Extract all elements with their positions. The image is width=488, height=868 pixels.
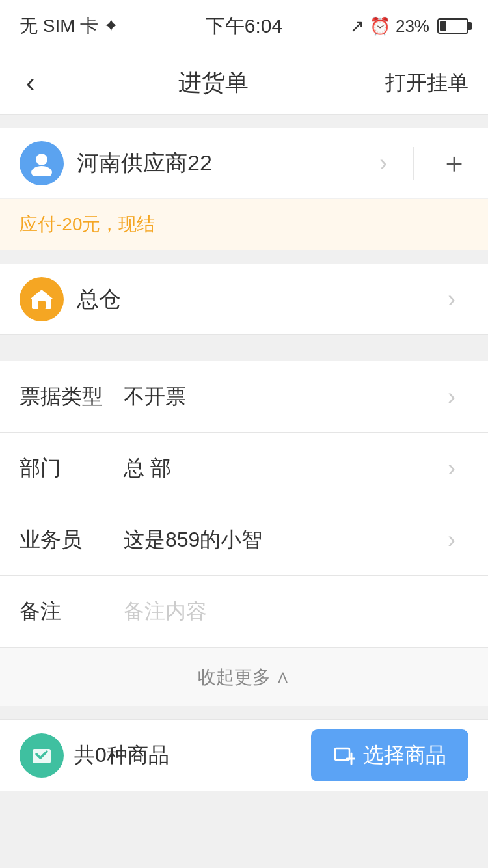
status-right: ↗ ⏰ 23% xyxy=(350,16,468,36)
product-count-wrap: 共0种商品 xyxy=(20,733,169,778)
remark-row[interactable]: 备注 备注内容 xyxy=(0,576,488,647)
select-product-icon xyxy=(333,744,355,766)
svg-rect-4 xyxy=(38,301,46,309)
supplier-name: 河南供应商22 xyxy=(77,148,379,178)
bottom-bar: 共0种商品 选择商品 xyxy=(0,719,488,791)
svg-marker-3 xyxy=(31,290,53,299)
product-icon-wrap xyxy=(20,733,64,778)
section-gap-1 xyxy=(0,115,488,128)
warehouse-icon xyxy=(29,287,54,312)
select-product-label: 选择商品 xyxy=(363,741,446,770)
status-time: 下午6:04 xyxy=(206,13,282,40)
warehouse-name: 总仓 xyxy=(77,284,448,314)
department-label: 部门 xyxy=(20,454,111,483)
invoice-type-label: 票据类型 xyxy=(20,383,111,411)
svg-point-0 xyxy=(36,154,47,165)
invoice-type-value: 不开票 xyxy=(111,383,448,411)
salesperson-label: 业务员 xyxy=(20,526,111,554)
supplier-row[interactable]: 河南供应商22 › ＋ xyxy=(0,128,488,199)
form-section: 票据类型 不开票 › 部门 总 部 › 业务员 这是859的小智 › 备注 备注… xyxy=(0,361,488,706)
salesperson-value: 这是859的小智 xyxy=(111,526,448,554)
status-left: 无 SIM 卡 ✦ xyxy=(20,14,118,38)
supplier-avatar xyxy=(20,141,64,185)
chevron-right-icon-warehouse: › xyxy=(448,286,455,313)
product-icon xyxy=(29,742,55,768)
section-gap-2 xyxy=(0,251,488,264)
status-bar: 无 SIM 卡 ✦ 下午6:04 ↗ ⏰ 23% xyxy=(0,0,488,52)
svg-point-1 xyxy=(31,166,52,176)
chevron-right-icon-invoice: › xyxy=(448,383,455,411)
salesperson-row[interactable]: 业务员 这是859的小智 › xyxy=(0,504,488,576)
battery-icon xyxy=(437,18,468,34)
open-pending-button[interactable]: 打开挂单 xyxy=(385,69,468,98)
collapse-button[interactable]: 收起更多 ∧ xyxy=(0,647,488,706)
chevron-right-icon-sales: › xyxy=(448,526,455,554)
product-count-text: 共0种商品 xyxy=(74,741,169,770)
alarm-icon: ⏰ xyxy=(370,16,390,36)
department-value: 总 部 xyxy=(111,454,448,483)
invoice-type-row[interactable]: 票据类型 不开票 › xyxy=(0,361,488,433)
notice-banner: 应付-20元，现结 xyxy=(0,199,488,251)
chevron-right-icon-dept: › xyxy=(448,455,455,482)
back-button[interactable]: ‹ xyxy=(20,62,41,104)
battery-percent: 23% xyxy=(396,16,429,36)
remark-placeholder: 备注内容 xyxy=(111,597,468,626)
remark-label: 备注 xyxy=(20,597,111,626)
section-gap-3 xyxy=(0,335,488,348)
page-title: 进货单 xyxy=(178,67,249,99)
supplier-section: 河南供应商22 › ＋ 应付-20元，现结 xyxy=(0,128,488,251)
nav-bar: ‹ 进货单 打开挂单 xyxy=(0,52,488,115)
notice-text: 应付-20元，现结 xyxy=(20,214,155,234)
user-icon xyxy=(29,150,55,176)
add-button[interactable]: ＋ xyxy=(440,144,468,182)
warehouse-icon-wrap xyxy=(20,277,64,321)
supplier-divider xyxy=(413,147,414,180)
collapse-label: 收起更多 ∧ xyxy=(198,665,291,690)
select-product-button[interactable]: 选择商品 xyxy=(311,729,468,781)
warehouse-row[interactable]: 总仓 › xyxy=(0,264,488,335)
page-content: 河南供应商22 › ＋ 应付-20元，现结 总仓 › 票据类型 不开票 › xyxy=(0,115,488,868)
chevron-right-icon: › xyxy=(379,150,387,177)
department-row[interactable]: 部门 总 部 › xyxy=(0,433,488,504)
location-icon: ↗ xyxy=(350,16,364,36)
